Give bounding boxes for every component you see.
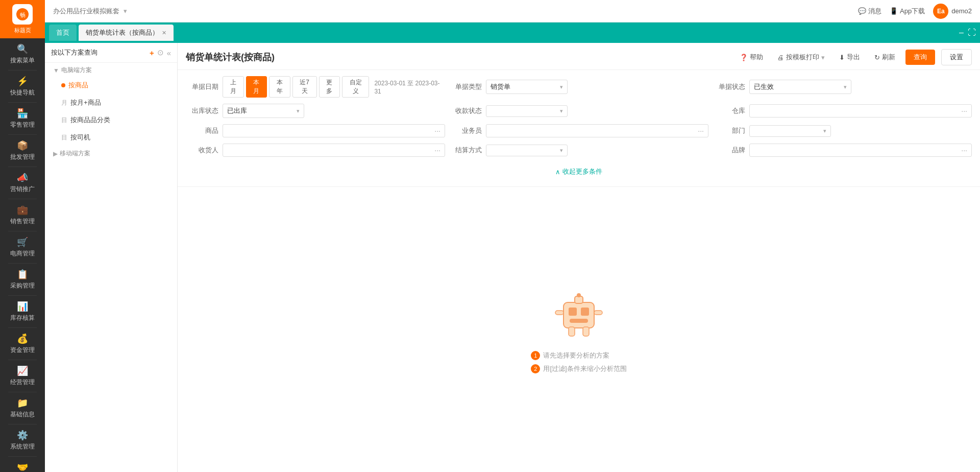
receiver-ellipsis[interactable]: ···	[434, 146, 440, 154]
window-maximize-icon[interactable]: ⛶	[968, 28, 976, 37]
filter-row-3: 商品 ··· 业务员 ··· 部门	[186, 124, 972, 137]
warehouse-label: 仓库	[713, 106, 745, 115]
svg-text:畅: 畅	[20, 12, 26, 18]
doc-status-select[interactable]: 已生效 ▾	[749, 80, 851, 94]
settings-button[interactable]: 设置	[941, 49, 972, 65]
settings-label: 设置	[950, 53, 963, 62]
sidebar-item-营销推广[interactable]: 📣营销推广	[8, 167, 37, 199]
empty-state: 1 请先选择要分析的方案 2 用[过滤]条件来缩小分析范围	[178, 187, 980, 472]
app-download-button[interactable]: 📱 App下载	[890, 7, 925, 16]
tab-report[interactable]: 销货单统计表（按商品） ✕	[79, 25, 174, 41]
out-status-select[interactable]: 已出库 ▾	[223, 104, 304, 118]
warehouse-ellipsis[interactable]: ···	[961, 107, 967, 115]
brand-ellipsis[interactable]: ···	[961, 146, 967, 154]
item-icon3: 目	[61, 133, 67, 142]
scheme-item-by-category[interactable]: 目 按商品品分类	[45, 111, 177, 129]
expand-icon2[interactable]: ▶	[53, 150, 58, 157]
print-dropdown-icon[interactable]: ▾	[821, 54, 825, 61]
user-profile[interactable]: Ea demo2	[933, 4, 972, 19]
header-left: 办公用品行业模拟账套 ▾	[53, 7, 127, 16]
sidebar-item-资金管理[interactable]: 💰资金管理	[8, 328, 37, 360]
date-btn-this-year[interactable]: 本年	[269, 76, 290, 98]
svg-rect-8	[555, 311, 564, 315]
sidebar-nav-label-9: 资金管理	[10, 346, 35, 355]
sidebar-item-企业协同[interactable]: 🤝企业协同	[8, 457, 37, 472]
receiver-input[interactable]: ···	[223, 144, 445, 157]
sidebar-logo[interactable]: 畅 标题页	[0, 0, 45, 38]
sidebar-item-电商管理[interactable]: 🛒电商管理	[8, 231, 37, 264]
settlement-select[interactable]: ▾	[486, 145, 568, 156]
sidebar-item-库存核算[interactable]: 📊库存核算	[8, 296, 37, 328]
scheme-tree: ▼ 电脑端方案 按商品 月 按月+商品 目 按商品品分类 目 按司机	[45, 63, 177, 160]
print-button[interactable]: 🖨 按模板打印 ▾	[773, 51, 829, 64]
sidebar-item-快捷导航[interactable]: ⚡快捷导航	[8, 70, 37, 103]
salesperson-ellipsis[interactable]: ···	[698, 127, 704, 135]
dropdown-icon[interactable]: ▾	[124, 7, 127, 15]
department-select[interactable]: ▾	[749, 125, 831, 137]
warehouse-input[interactable]: ···	[749, 104, 972, 117]
goods-ellipsis[interactable]: ···	[434, 127, 440, 135]
date-btn-custom[interactable]: 自定义	[342, 76, 369, 98]
pc-group-label: ▼ 电脑端方案	[45, 63, 177, 77]
sidebar-nav-label-7: 采购管理	[10, 281, 35, 290]
date-btn-more[interactable]: 更多	[319, 76, 340, 98]
hint-item-1: 1 请先选择要分析的方案	[531, 351, 626, 360]
message-button[interactable]: 💬 消息	[858, 7, 881, 16]
sidebar-item-批发管理[interactable]: 📦批发管理	[8, 135, 37, 167]
sidebar-item-采购管理[interactable]: 📋采购管理	[8, 264, 37, 296]
hint-num-2: 2	[531, 364, 540, 373]
mobile-group-label: ▶ 移动端方案	[45, 146, 177, 160]
sidebar-item-搜索菜单[interactable]: 🔍搜索菜单	[8, 38, 37, 70]
out-status-control: 已出库 ▾	[223, 104, 445, 118]
sidebar: 畅 标题页 🔍搜索菜单⚡快捷导航🏪零售管理📦批发管理📣营销推广💼销售管理🛒电商管…	[0, 0, 45, 472]
hint-num-1: 1	[531, 351, 540, 360]
payment-select[interactable]: ▾	[486, 105, 568, 117]
print-icon: 🖨	[777, 54, 784, 61]
tab-close-icon[interactable]: ✕	[162, 30, 166, 36]
sidebar-item-经营管理[interactable]: 📈经营管理	[8, 360, 37, 392]
sidebar-item-基础信息[interactable]: 📁基础信息	[8, 392, 37, 424]
payment-label: 收款状态	[449, 106, 482, 115]
window-minimize-icon[interactable]: –	[959, 28, 964, 37]
sidebar-nav-icon-12: ⚙️	[17, 430, 28, 441]
filter-area: 单据日期 上月 本月 本年 近7天 更多 自定义 2023-03-01 至 20…	[178, 70, 980, 187]
salesperson-input[interactable]: ···	[486, 124, 708, 137]
item-icon2: 目	[61, 116, 67, 125]
date-btn-this-month[interactable]: 本月	[246, 76, 267, 98]
scheme-item-by-driver[interactable]: 目 按司机	[45, 129, 177, 146]
sidebar-nav-label-3: 批发管理	[10, 153, 35, 161]
help-button[interactable]: ❓ 帮助	[736, 51, 767, 64]
left-panel: 按以下方案查询 + ⊙ « ▼ 电脑端方案 按商品 月	[45, 43, 178, 472]
date-btn-last-month[interactable]: 上月	[223, 76, 244, 98]
sidebar-item-系统管理[interactable]: ⚙️系统管理	[8, 424, 37, 457]
refresh-label: 刷新	[882, 53, 895, 62]
export-button[interactable]: ⬇ 导出	[835, 51, 864, 64]
logo-icon: 畅	[12, 4, 33, 25]
query-button[interactable]: 查询	[905, 50, 935, 65]
message-label: 消息	[868, 7, 881, 16]
receiver-label: 收货人	[186, 146, 218, 155]
expand-icon[interactable]: ▼	[53, 67, 59, 74]
sidebar-item-零售管理[interactable]: 🏪零售管理	[8, 103, 37, 135]
settings-scheme-icon[interactable]: ⊙	[157, 48, 164, 57]
add-scheme-icon[interactable]: +	[150, 49, 154, 57]
collapse-label: 收起更多条件	[562, 167, 602, 176]
active-dot	[61, 83, 65, 87]
doc-type-select[interactable]: 销货单 ▾	[486, 80, 568, 94]
main-area: 办公用品行业模拟账套 ▾ 💬 消息 📱 App下载 Ea demo2 首页	[45, 0, 980, 472]
scheme-item-by-month-goods[interactable]: 月 按月+商品	[45, 94, 177, 111]
collapse-button[interactable]: ∧ 收起更多条件	[186, 163, 972, 180]
scheme-item-by-goods[interactable]: 按商品	[45, 77, 177, 94]
left-panel-header: 按以下方案查询 + ⊙ «	[45, 43, 177, 63]
settlement-control: ▾	[486, 145, 708, 156]
svg-rect-4	[581, 308, 589, 316]
goods-input[interactable]: ···	[223, 124, 445, 137]
collapse-panel-icon[interactable]: «	[167, 49, 171, 57]
tab-home[interactable]: 首页	[49, 25, 77, 41]
sidebar-item-销售管理[interactable]: 💼销售管理	[8, 199, 37, 231]
svg-rect-11	[583, 327, 589, 336]
refresh-button[interactable]: ↻ 刷新	[870, 51, 899, 64]
sidebar-nav-icon-6: 🛒	[17, 237, 28, 248]
date-btn-7days[interactable]: 近7天	[292, 76, 317, 98]
brand-input[interactable]: ···	[749, 144, 972, 157]
